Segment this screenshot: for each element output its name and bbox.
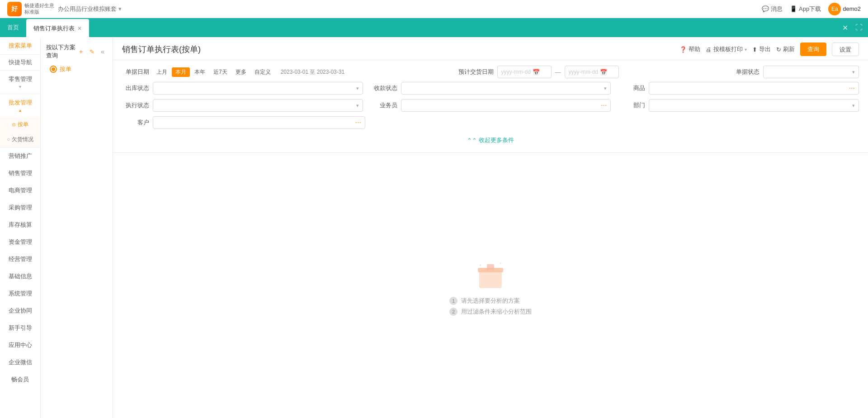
dept-select[interactable]: ▾ — [649, 99, 859, 112]
app-download-action[interactable]: 📱 App下载 — [790, 5, 821, 13]
sidebar-item-wechat[interactable]: 企业微信 — [0, 354, 40, 371]
collapse-filter-button[interactable]: ⌃⌃ 收起更多条件 — [122, 133, 859, 147]
sidebar-search[interactable]: 搜索菜单 — [0, 37, 40, 55]
planned-date-end[interactable]: yyyy-mm-dd 📅 — [565, 66, 619, 78]
customer-more-icon[interactable]: ··· — [355, 119, 361, 127]
date-tab-7days[interactable]: 近7天 — [210, 67, 231, 77]
sidebar-section-retail: 零售管理 ▾ — [0, 71, 40, 94]
export-button[interactable]: ⬆ 导出 — [752, 45, 771, 53]
sidebar-item-sales[interactable]: 销售管理 — [0, 165, 40, 182]
data-area: 1 请先选择要分析的方案 2 用过滤条件来缩小分析范围 — [113, 153, 868, 418]
date-tab-last-month[interactable]: 上月 — [153, 67, 171, 77]
main-layout: 搜索菜单 快捷导航 零售管理 ▾ 批发管理 ▴ ⊙ 按单 ○ 欠货情况 — [0, 37, 868, 418]
help-button[interactable]: ❓ 帮助 — [679, 45, 700, 53]
sidebar-item-enterprise[interactable]: 企业协同 — [0, 302, 40, 319]
page-title: 销售订单执行表(按单) — [122, 44, 201, 55]
empty-hint-1: 1 请先选择要分析的方案 — [449, 297, 532, 305]
message-action[interactable]: 💬 消息 — [762, 5, 783, 13]
sidebar-item-operations[interactable]: 经营管理 — [0, 251, 40, 268]
empty-state: 1 请先选择要分析的方案 2 用过滤条件来缩小分析范围 — [449, 255, 532, 316]
download-icon: 📱 — [790, 5, 797, 12]
filter-item-goods: 商品 ··· — [618, 82, 859, 95]
svg-point-4 — [504, 268, 505, 269]
avatar: Ea — [828, 3, 841, 15]
sidebar-item-member[interactable]: 畅会员 — [0, 371, 40, 388]
date-tab-custom[interactable]: 自定义 — [251, 67, 274, 77]
customer-select[interactable]: ··· — [153, 116, 365, 129]
filter-row-status: 出库状态 ▾ 收款状态 ▾ 商品 — [122, 82, 859, 95]
planned-date-start[interactable]: yyyy-mm-dd 📅 — [497, 66, 552, 78]
tab-home[interactable]: 首页 — [0, 18, 26, 37]
edit-scheme-icon[interactable]: ✎ — [87, 47, 96, 56]
filter-row-customer: 客户 ··· — [122, 116, 859, 129]
collection-status-label: 收款状态 — [370, 84, 397, 92]
goods-more-icon[interactable]: ··· — [849, 84, 855, 92]
sidebar-item-retail[interactable]: 零售管理 ▾ — [0, 71, 40, 94]
collection-status-select[interactable]: ▾ — [401, 82, 611, 95]
salesman-label: 业务员 — [370, 101, 397, 109]
sidebar-item-marketing[interactable]: 营销推广 — [0, 147, 40, 165]
empty-illustration — [472, 255, 509, 291]
salesman-more-icon[interactable]: ··· — [601, 101, 607, 109]
sidebar-nav[interactable]: 快捷导航 — [0, 55, 40, 71]
tab-sales-order[interactable]: 销售订单执行表 ✕ — [26, 19, 89, 38]
settings-button[interactable]: 设置 — [832, 43, 859, 56]
sidebar-item-inventory[interactable]: 库存核算 — [0, 216, 40, 233]
out-status-select[interactable]: ▾ — [153, 82, 363, 95]
salesman-select[interactable]: ··· — [401, 99, 611, 112]
filter-item-doc-status: 单据状态 ▾ — [732, 66, 859, 78]
sidebar-item-ecommerce[interactable]: 电商管理 — [0, 182, 40, 199]
sidebar-item-basic[interactable]: 基础信息 — [0, 268, 40, 285]
empty-hint-2: 2 用过滤条件来缩小分析范围 — [449, 308, 532, 316]
date-tab-more[interactable]: 更多 — [232, 67, 250, 77]
export-icon: ⬆ — [752, 46, 757, 53]
add-scheme-icon[interactable]: + — [76, 47, 85, 56]
scheme-panel: 按以下方案查询 + ✎ « 按单 — [41, 37, 113, 418]
filter-row-date: 单据日期 上月 本月 本年 近7天 更多 自定义 2023-03-01 至 20… — [122, 66, 859, 78]
svg-rect-0 — [479, 271, 502, 288]
user-profile[interactable]: Ea demo2 — [828, 3, 861, 15]
dept-dropdown-icon: ▾ — [852, 103, 855, 109]
sidebar-item-system[interactable]: 系统管理 — [0, 285, 40, 302]
goods-select[interactable]: ··· — [649, 82, 859, 95]
print-button[interactable]: 🖨 按模板打印 ▾ — [706, 45, 747, 53]
svg-point-2 — [500, 262, 501, 264]
date-tab-this-month[interactable]: 本月 — [172, 67, 190, 77]
filter-row-exec: 执行状态 ▾ 业务员 ··· 部门 — [122, 99, 859, 112]
sidebar-sub-item-press-order[interactable]: ⊙ 按单 — [0, 117, 40, 132]
collection-status-dropdown-icon: ▾ — [604, 86, 607, 91]
date-tab-this-year[interactable]: 本年 — [191, 67, 209, 77]
svg-point-3 — [480, 265, 481, 266]
sidebar-sub-item-owe-goods[interactable]: ○ 欠货情况 — [0, 132, 40, 147]
print-icon: 🖨 — [706, 46, 712, 53]
exec-status-select[interactable]: ▾ — [153, 99, 363, 112]
sidebar-item-finance[interactable]: 资金管理 — [0, 233, 40, 251]
scheme-panel-header: 按以下方案查询 + ✎ « — [41, 41, 113, 62]
scheme-panel-actions: + ✎ « — [76, 47, 107, 56]
out-status-label: 出库状态 — [122, 84, 149, 92]
date-tabs: 上月 本月 本年 近7天 更多 自定义 — [153, 67, 274, 77]
window-close-icon[interactable]: ✕ — [840, 22, 850, 34]
print-dropdown-icon: ▾ — [745, 47, 747, 52]
dept-label: 部门 — [618, 101, 645, 109]
tab-close-icon[interactable]: ✕ — [77, 25, 82, 32]
filter-item-dept: 部门 ▾ — [618, 99, 859, 112]
page-header-actions: ❓ 帮助 🖨 按模板打印 ▾ ⬆ 导出 ↻ — [679, 43, 859, 56]
logo-icon: 好 — [7, 2, 22, 16]
page-header: 销售订单执行表(按单) ❓ 帮助 🖨 按模板打印 ▾ ⬆ — [113, 37, 868, 60]
sidebar-item-apps[interactable]: 应用中心 — [0, 337, 40, 354]
query-button[interactable]: 查询 — [800, 43, 826, 56]
right-content: 销售订单执行表(按单) ❓ 帮助 🖨 按模板打印 ▾ ⬆ — [113, 37, 868, 418]
sidebar-item-wholesale[interactable]: 批发管理 ▴ — [0, 94, 40, 117]
sidebar-item-guide[interactable]: 新手引导 — [0, 319, 40, 337]
collapse-scheme-icon[interactable]: « — [98, 47, 107, 56]
top-bar-left: 好 畅捷通好生意 标准版 办公用品行业模拟账套 ▾ — [7, 2, 122, 16]
scheme-item-press-order[interactable]: 按单 — [41, 62, 113, 76]
sidebar-item-purchase[interactable]: 采购管理 — [0, 199, 40, 216]
refresh-button[interactable]: ↻ 刷新 — [776, 45, 795, 53]
breadcrumb-arrow-icon[interactable]: ▾ — [118, 5, 122, 12]
window-maximize-icon[interactable]: ⛶ — [854, 22, 864, 33]
help-icon: ❓ — [679, 46, 687, 53]
exec-status-dropdown-icon: ▾ — [356, 103, 359, 109]
status-select[interactable]: ▾ — [763, 66, 859, 78]
